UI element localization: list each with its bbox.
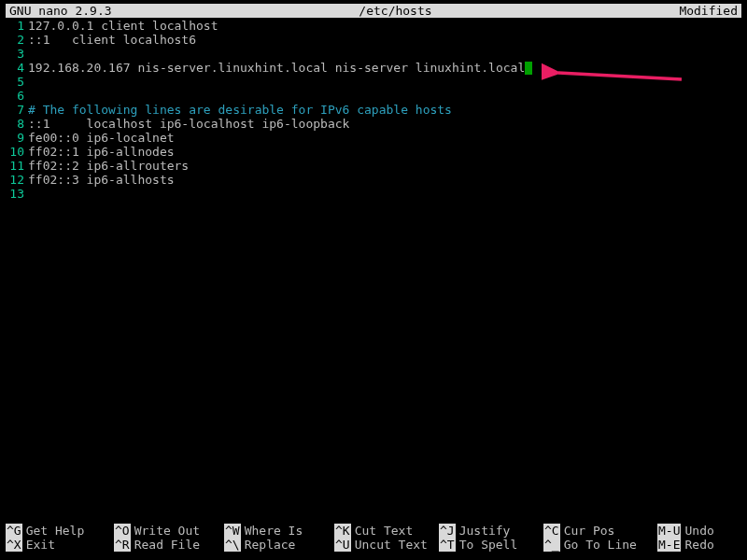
shortcut-key: ^G: [6, 524, 22, 538]
shortcut-where-is[interactable]: ^WWhere Is: [224, 524, 329, 538]
editor-line[interactable]: 4192.168.20.167 nis-server.linuxhint.loc…: [6, 61, 741, 75]
line-number: 6: [6, 89, 24, 103]
shortcut-label: Justify: [459, 524, 511, 538]
shortcut-key: ^\: [224, 538, 241, 552]
line-number: 12: [6, 173, 24, 187]
shortcut-label: Write Out: [134, 524, 200, 538]
shortcut-label: Undo: [684, 524, 713, 538]
shortcut-label: To Spell: [459, 538, 518, 552]
editor-line[interactable]: 7# The following lines are desirable for…: [6, 103, 741, 117]
line-content[interactable]: 192.168.20.167 nis-server.linuxhint.loca…: [28, 61, 741, 75]
modified-status: Modified: [679, 4, 738, 18]
editor-line[interactable]: 11ff02::2 ip6-allrouters: [6, 159, 741, 173]
editor-line[interactable]: 6: [6, 89, 741, 103]
line-content[interactable]: ff02::1 ip6-allnodes: [28, 145, 741, 159]
line-content[interactable]: [28, 75, 741, 89]
line-content[interactable]: [28, 187, 741, 201]
shortcut-replace[interactable]: ^\Replace: [224, 538, 329, 552]
shortcut-cut-text[interactable]: ^KCut Text: [334, 524, 433, 538]
shortcut-redo[interactable]: M-ERedo: [657, 538, 726, 552]
app-name: GNU nano 2.9.3: [9, 4, 112, 18]
line-content[interactable]: 127.0.0.1 client localhost: [28, 19, 741, 33]
line-number: 10: [6, 145, 24, 159]
line-content[interactable]: [28, 89, 741, 103]
shortcut-key: ^X: [6, 538, 22, 552]
editor-line[interactable]: 2::1 client localhost6: [6, 33, 741, 47]
line-number: 5: [6, 75, 24, 89]
line-number: 4: [6, 61, 24, 75]
line-number: 9: [6, 131, 24, 145]
shortcut-key: M-U: [657, 524, 681, 538]
line-number: 7: [6, 103, 24, 117]
editor-line[interactable]: 9fe00::0 ip6-localnet: [6, 131, 741, 145]
shortcut-key: ^R: [114, 538, 131, 552]
line-content[interactable]: fe00::0 ip6-localnet: [28, 131, 741, 145]
title-bar: GNU nano 2.9.3 /etc/hosts Modified: [6, 4, 741, 18]
editor-line[interactable]: 13: [6, 187, 741, 201]
shortcut-label: Uncut Text: [355, 538, 428, 552]
shortcut-read-file[interactable]: ^RRead File: [114, 538, 218, 552]
line-content[interactable]: # The following lines are desirable for …: [28, 103, 741, 117]
shortcut-key: M-E: [657, 538, 681, 552]
line-number: 13: [6, 187, 24, 201]
shortcut-key: ^W: [224, 524, 241, 538]
shortcut-label: Get Help: [26, 524, 85, 538]
shortcut-label: Cur Pos: [564, 524, 615, 538]
shortcut-cur-pos[interactable]: ^CCur Pos: [543, 524, 652, 538]
line-content[interactable]: ff02::3 ip6-allhosts: [28, 173, 741, 187]
shortcut-write-out[interactable]: ^OWrite Out: [114, 524, 218, 538]
shortcut-label: Read File: [134, 538, 200, 552]
shortcut-go-to-line[interactable]: ^_Go To Line: [543, 538, 652, 552]
shortcut-label: Replace: [245, 538, 296, 552]
shortcut-key: ^C: [543, 524, 560, 538]
shortcut-label: Cut Text: [355, 524, 414, 538]
shortcut-get-help[interactable]: ^GGet Help: [6, 524, 108, 538]
text-cursor: [525, 62, 532, 75]
editor-line[interactable]: 5: [6, 75, 741, 89]
shortcut-exit[interactable]: ^XExit: [6, 538, 108, 552]
line-content[interactable]: ::1 client localhost6: [28, 33, 741, 47]
shortcut-label: Redo: [684, 538, 713, 552]
shortcut-key: ^_: [543, 538, 560, 552]
shortcut-uncut-text[interactable]: ^UUncut Text: [334, 538, 433, 552]
shortcut-label: Where Is: [245, 524, 303, 538]
editor-line[interactable]: 12ff02::3 ip6-allhosts: [6, 173, 741, 187]
nano-editor-window: GNU nano 2.9.3 /etc/hosts Modified 1127.…: [0, 0, 747, 560]
shortcut-undo[interactable]: M-UUndo: [657, 524, 726, 538]
shortcut-key: ^U: [334, 538, 351, 552]
line-number: 8: [6, 117, 24, 131]
line-number: 1: [6, 19, 24, 33]
shortcut-bar: ^GGet Help^OWrite Out^WWhere Is^KCut Tex…: [6, 524, 741, 552]
line-number: 11: [6, 159, 24, 173]
shortcut-to-spell[interactable]: ^TTo Spell: [439, 538, 538, 552]
shortcut-row-1: ^GGet Help^OWrite Out^WWhere Is^KCut Tex…: [6, 524, 741, 538]
line-number: 2: [6, 33, 24, 47]
shortcut-row-2: ^XExit^RRead File^\Replace^UUncut Text^T…: [6, 538, 741, 552]
line-number: 3: [6, 47, 24, 61]
editor-line[interactable]: 1127.0.0.1 client localhost: [6, 19, 741, 33]
editor-area[interactable]: 1127.0.0.1 client localhost2::1 client l…: [6, 18, 741, 201]
shortcut-key: ^K: [334, 524, 351, 538]
shortcut-label: Go To Line: [564, 538, 637, 552]
shortcut-key: ^O: [114, 524, 131, 538]
shortcut-key: ^T: [439, 538, 456, 552]
editor-line[interactable]: 8::1 localhost ip6-localhost ip6-loopbac…: [6, 117, 741, 131]
shortcut-key: ^J: [439, 524, 456, 538]
line-content[interactable]: ::1 localhost ip6-localhost ip6-loopback: [28, 117, 741, 131]
line-content[interactable]: [28, 47, 741, 61]
shortcut-justify[interactable]: ^JJustify: [439, 524, 538, 538]
editor-line[interactable]: 3: [6, 47, 741, 61]
shortcut-label: Exit: [26, 538, 55, 552]
line-content[interactable]: ff02::2 ip6-allrouters: [28, 159, 741, 173]
editor-line[interactable]: 10ff02::1 ip6-allnodes: [6, 145, 741, 159]
file-path: /etc/hosts: [112, 4, 680, 18]
